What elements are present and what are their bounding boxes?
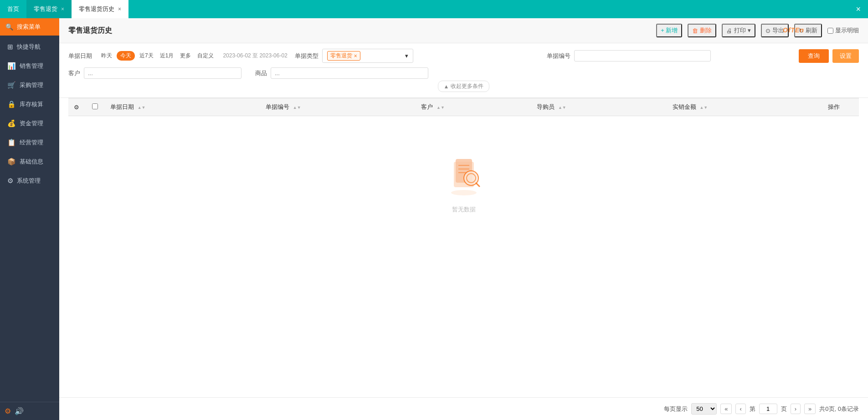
date-range-display: 2023-06-02 至 2023-06-02 bbox=[223, 52, 287, 60]
sort-date-icon[interactable]: ▲▼ bbox=[138, 105, 146, 110]
new-button[interactable]: + 新增 bbox=[656, 24, 682, 37]
goods-input[interactable] bbox=[271, 67, 428, 79]
quick-nav-icon: ⊞ bbox=[7, 43, 13, 51]
collapse-button[interactable]: ▲ 收起更多条件 bbox=[438, 81, 490, 92]
empty-state: 暂无数据 bbox=[68, 116, 859, 250]
date-options: 昨天 今天 近7天 近1月 更多 自定义 bbox=[99, 51, 216, 61]
tab-retail-return[interactable]: 零售退货 × bbox=[26, 0, 72, 18]
th-checkbox bbox=[87, 98, 105, 116]
sidebar-item-finance[interactable]: 💰 资金管理 bbox=[0, 114, 59, 133]
next-page-button[interactable]: › bbox=[791, 404, 801, 414]
delete-button[interactable]: 🗑 查询 删除 bbox=[688, 24, 716, 37]
svg-point-0 bbox=[451, 190, 477, 195]
system-icon: ⚙ bbox=[7, 177, 13, 185]
display-detail-checkbox[interactable] bbox=[827, 28, 833, 34]
sidebar-item-inventory[interactable]: 🔒 库存核算 bbox=[0, 95, 59, 114]
filter-row-1: 单据日期 昨天 今天 近7天 近1月 更多 自定义 2023-06-02 至 2… bbox=[68, 49, 859, 63]
sidebar-item-purchase[interactable]: 🛒 采购管理 bbox=[0, 76, 59, 95]
search-icon: 🔍 bbox=[5, 23, 13, 31]
purchase-icon: 🛒 bbox=[7, 81, 16, 89]
sidebar-settings-button[interactable]: ⚙ bbox=[5, 407, 11, 415]
sidebar-item-basic-info[interactable]: 📦 基础信息 bbox=[0, 152, 59, 171]
type-filter-section: 单据类型 零售退货 × ▾ bbox=[295, 49, 539, 63]
window-close-button[interactable]: × bbox=[848, 5, 868, 14]
date-option-last7[interactable]: 近7天 bbox=[138, 51, 155, 61]
content-area: 零售退货历史 + 新增 🗑 查询 删除 🖨 打印 ▾ ⊙ 导出 ↻ bbox=[59, 18, 868, 420]
refresh-button[interactable]: ↻ 刷新 bbox=[794, 24, 822, 37]
sidebar-audio-button[interactable]: 🔊 bbox=[15, 407, 24, 415]
table-container: ⚙ 单据日期 ▲▼ 单据编号 ▲▼ bbox=[59, 98, 868, 397]
main-layout: 🔍 搜索菜单 ⊞ 快捷导航 📊 销售管理 🛒 采购管理 🔒 库存核算 💰 bbox=[0, 18, 868, 420]
page-suffix: 页 bbox=[781, 405, 787, 413]
th-number: 单据编号 ▲▼ bbox=[260, 98, 416, 116]
filter-buttons: 查询 设置 bbox=[799, 49, 859, 63]
prev-page-button[interactable]: ‹ bbox=[735, 404, 745, 414]
filter-row-2: 客户 商品 bbox=[68, 67, 859, 79]
type-select[interactable]: 零售退货 × ▾ bbox=[322, 49, 413, 63]
empty-icon bbox=[441, 153, 487, 198]
date-filter-label: 单据日期 bbox=[68, 52, 92, 60]
th-guide: 导购员 ▲▼ bbox=[531, 98, 667, 116]
date-option-custom[interactable]: 自定义 bbox=[195, 51, 216, 61]
basic-info-icon: 📦 bbox=[7, 158, 16, 166]
tab-close-retail-return-history[interactable]: × bbox=[118, 6, 121, 12]
date-option-yesterday[interactable]: 昨天 bbox=[99, 51, 114, 61]
query-button[interactable]: 查询 bbox=[799, 49, 829, 63]
delete-icon: 🗑 bbox=[692, 27, 698, 34]
date-option-today[interactable]: 今天 bbox=[117, 51, 135, 61]
operations-icon: 📋 bbox=[7, 138, 16, 147]
sidebar-bottom: ⚙ 🔊 bbox=[0, 402, 59, 420]
sidebar-item-system[interactable]: ⚙ 系统管理 bbox=[0, 171, 59, 190]
sort-guide-icon[interactable]: ▲▼ bbox=[558, 105, 566, 110]
collapse-row: ▲ 收起更多条件 bbox=[68, 79, 859, 94]
export-button[interactable]: ⊙ 导出 bbox=[761, 24, 789, 37]
export-icon: ⊙ bbox=[765, 27, 770, 34]
th-actions: 操作 bbox=[822, 98, 859, 116]
th-customer: 客户 ▲▼ bbox=[416, 98, 531, 116]
sort-amount-icon[interactable]: ▲▼ bbox=[699, 105, 708, 110]
empty-text: 暂无数据 bbox=[452, 205, 476, 214]
print-button[interactable]: 🖨 打印 ▾ bbox=[722, 24, 755, 37]
type-tag: 零售退货 × bbox=[327, 51, 360, 61]
per-page-select[interactable]: 10 20 50 100 bbox=[691, 403, 717, 415]
date-option-last-month[interactable]: 近1月 bbox=[158, 51, 176, 61]
per-page-label: 每页显示 bbox=[664, 405, 688, 413]
table-settings-icon[interactable]: ⚙ bbox=[74, 104, 79, 111]
pagination-summary: 共0页, 0条记录 bbox=[819, 405, 859, 413]
filter-area: 单据日期 昨天 今天 近7天 近1月 更多 自定义 2023-06-02 至 2… bbox=[59, 43, 868, 98]
type-select-arrow: ▾ bbox=[405, 52, 408, 59]
doc-number-input[interactable] bbox=[574, 50, 711, 61]
doc-number-label: 单据编号 bbox=[547, 52, 570, 60]
setting-button[interactable]: 设置 bbox=[832, 49, 859, 63]
sidebar-item-operations[interactable]: 📋 经营管理 bbox=[0, 133, 59, 152]
goods-filter-field: 商品 bbox=[255, 67, 428, 79]
sidebar-item-quick-nav[interactable]: ⊞ 快捷导航 bbox=[0, 37, 59, 56]
customer-filter-field: 客户 bbox=[68, 67, 241, 79]
svg-line-8 bbox=[476, 183, 479, 186]
tab-retail-return-history[interactable]: 零售退货历史 × bbox=[72, 0, 128, 18]
date-option-more[interactable]: 更多 bbox=[178, 51, 193, 61]
tab-close-retail-return[interactable]: × bbox=[61, 6, 64, 12]
type-tag-container: 零售退货 × bbox=[327, 51, 360, 61]
sort-customer-icon[interactable]: ▲▼ bbox=[437, 105, 445, 110]
type-tag-close[interactable]: × bbox=[354, 53, 357, 59]
display-detail-label: 显示明细 bbox=[827, 26, 859, 35]
sales-icon: 📊 bbox=[7, 62, 16, 70]
th-amount: 实销金额 ▲▼ bbox=[667, 98, 822, 116]
page-title: 零售退货历史 bbox=[68, 26, 112, 36]
sidebar: 🔍 搜索菜单 ⊞ 快捷导航 📊 销售管理 🛒 采购管理 🔒 库存核算 💰 bbox=[0, 18, 59, 420]
customer-input[interactable] bbox=[84, 67, 241, 79]
sidebar-nav: ⊞ 快捷导航 📊 销售管理 🛒 采购管理 🔒 库存核算 💰 资金管理 📋 bbox=[0, 36, 59, 402]
sidebar-item-sales[interactable]: 📊 销售管理 bbox=[0, 56, 59, 76]
tab-home[interactable]: 首页 bbox=[0, 0, 26, 18]
top-bar: 首页 零售退货 × 零售退货历史 × × bbox=[0, 0, 868, 18]
page-number-input[interactable] bbox=[759, 404, 777, 414]
collapse-icon: ▲ bbox=[444, 83, 449, 90]
sort-number-icon[interactable]: ▲▼ bbox=[293, 105, 301, 110]
sidebar-search[interactable]: 🔍 搜索菜单 bbox=[0, 18, 59, 36]
goods-label: 商品 bbox=[255, 69, 267, 77]
last-page-button[interactable]: » bbox=[804, 404, 816, 414]
first-page-button[interactable]: « bbox=[720, 404, 732, 414]
select-all-checkbox[interactable] bbox=[92, 103, 98, 109]
page-label: 第 bbox=[750, 405, 755, 413]
